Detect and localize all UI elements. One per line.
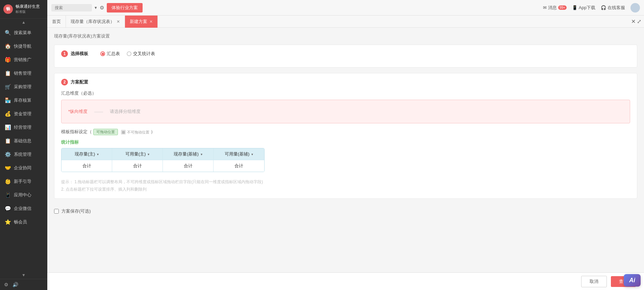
stats-section: 统计指标 现存量(主) ▾ 可用量(主) ▾ 现存量(基辅) xyxy=(61,139,630,173)
sidebar-item-label: 应用中心 xyxy=(14,192,31,198)
sidebar-item-inventory[interactable]: 🏪 库存核算 xyxy=(0,94,47,107)
sidebar-item-label: 新手引导 xyxy=(14,178,31,185)
sidebar-item-operations[interactable]: 📊 经营管理 xyxy=(0,121,47,134)
stats-header-col-0[interactable]: 现存量(主) ▾ xyxy=(61,148,112,160)
online-service-label: 在线客服 xyxy=(608,5,625,11)
section1-title: 选择模板 xyxy=(71,51,88,57)
sidebar-item-marketing[interactable]: 🎁 营销推广 xyxy=(0,53,47,67)
vip-member-icon: ⭐ xyxy=(5,219,11,225)
app-download-item[interactable]: 📱 App下载 xyxy=(572,5,595,11)
message-item[interactable]: ✉ 消息 99+ xyxy=(543,5,567,11)
tab-inventory-label: 现存量（库存状况表） xyxy=(71,16,115,28)
indicator-settings-text: 模板指标设定（ xyxy=(61,129,92,134)
sidebar-item-purchase[interactable]: 🛒 采购管理 xyxy=(0,80,47,94)
sidebar-scroll-down[interactable]: ▼ xyxy=(0,271,47,279)
tab-inventory-close-icon[interactable]: ✕ xyxy=(117,16,120,28)
sidebar-item-label: 快捷导航 xyxy=(14,43,31,49)
search-input[interactable] xyxy=(51,4,92,11)
quick-nav-icon: 🏠 xyxy=(5,43,11,49)
tab-home[interactable]: 首页 xyxy=(47,16,66,28)
chevron-down-icon-0: ▾ xyxy=(97,152,99,156)
bottom-bar: 取消 查询 xyxy=(47,272,644,290)
sidebar-item-search-menu[interactable]: 🔍 搜索菜单 xyxy=(0,26,47,40)
inventory-icon: 🏪 xyxy=(5,97,11,103)
hint-section: 提示： 1.拖动标题栏可以调整布局，不可跨维度或指标区域拖动栏目字段(只能在同一… xyxy=(61,178,630,193)
sidebar-item-new-guide[interactable]: 👶 新手引导 xyxy=(0,175,47,188)
dimension-separator: —— xyxy=(94,109,103,114)
sidebar: 畅 畅康通好生意 标准版 ▲ 🔍 搜索菜单 🏠 快捷导航 🎁 营销推广 📋 销售… xyxy=(0,0,47,290)
sidebar-item-corp-collab[interactable]: 🤝 企业协同 xyxy=(0,161,47,175)
sidebar-item-label: 采购管理 xyxy=(14,84,31,90)
stats-header-row: 现存量(主) ▾ 可用量(主) ▾ 现存量(基辅) ▾ 可用量(基辅) xyxy=(61,148,264,160)
radio-summary[interactable]: 汇总表 xyxy=(100,51,120,57)
sidebar-item-finance[interactable]: 💰 资金管理 xyxy=(0,107,47,121)
sidebar-item-label: 企业协同 xyxy=(14,165,31,171)
tab-inventory-status[interactable]: 现存量（库存状况表） ✕ xyxy=(66,16,125,28)
system-icon: ⚙️ xyxy=(5,151,11,158)
app-download-label: App下载 xyxy=(579,5,595,11)
hint-line-2: 2. 点击标题栏下拉可设置排序、插入列和删除列 xyxy=(61,186,630,193)
stats-data-col-2: 合计 xyxy=(163,160,214,172)
section2-num: 2 xyxy=(61,79,68,86)
corp-collab-icon: 🤝 xyxy=(5,165,11,171)
sidebar-footer: ⚙ 🔊 xyxy=(0,279,47,290)
sidebar-item-label: 畅会员 xyxy=(14,219,27,225)
stats-header-col-2[interactable]: 现存量(基辅) ▾ xyxy=(163,148,214,160)
dimension-area[interactable]: *纵向维度 —— 请选择分组维度 xyxy=(61,100,630,123)
stats-header-col-1[interactable]: 可用量(主) ▾ xyxy=(112,148,163,160)
stats-header-col-3[interactable]: 可用量(基辅) ▾ xyxy=(214,148,264,160)
sidebar-item-label: 营销推广 xyxy=(14,57,31,63)
section-template: 1 选择模板 汇总表 交叉统计表 xyxy=(54,45,637,68)
non-draggable-text: 不可拖动位置 xyxy=(127,130,149,135)
message-icon: ✉ xyxy=(543,5,547,10)
gear-button[interactable]: ⚙ xyxy=(100,5,104,11)
radio-cross[interactable]: 交叉统计表 xyxy=(127,51,155,57)
mobile-icon: 📱 xyxy=(572,5,577,10)
dimension-label: 汇总维度（必选） xyxy=(61,90,630,96)
new-guide-icon: 👶 xyxy=(5,178,11,185)
tab-bar: 首页 现存量（库存状况表） ✕ 新建方案 ✕ ✕ ⤢ xyxy=(47,16,644,28)
tab-new-scheme-close-icon[interactable]: ✕ xyxy=(149,16,153,28)
stats-header-label-1: 可用量(主) xyxy=(125,151,146,157)
cancel-button[interactable]: 取消 xyxy=(581,276,607,287)
sidebar-item-corp-wechat[interactable]: 💬 企业微信 xyxy=(0,202,47,215)
stats-table: 现存量(主) ▾ 可用量(主) ▾ 现存量(基辅) ▾ 可用量(基辅) xyxy=(61,148,265,172)
sidebar-logo: 畅 畅康通好生意 标准版 xyxy=(0,0,47,19)
sales-icon: 📋 xyxy=(5,70,11,76)
ai-badge[interactable]: Ai xyxy=(624,274,641,287)
settings-button[interactable]: ⚙ xyxy=(4,282,8,287)
stats-data-label-1: 合计 xyxy=(133,163,142,169)
save-checkbox[interactable] xyxy=(54,209,59,214)
tab-new-scheme-label: 新建方案 xyxy=(130,16,147,28)
save-label: 方案保存(可选) xyxy=(61,208,91,214)
sidebar-item-basic-info[interactable]: 📋 基础信息 xyxy=(0,134,47,148)
section2-title: 方案配置 xyxy=(71,79,88,85)
search-dropdown-button[interactable]: ▾ xyxy=(95,5,97,10)
user-avatar[interactable] xyxy=(630,3,640,13)
message-label: 消息 xyxy=(548,5,557,11)
sidebar-item-sales[interactable]: 📋 销售管理 xyxy=(0,67,47,80)
sidebar-item-label: 销售管理 xyxy=(14,70,31,76)
app-center-icon: 📱 xyxy=(5,192,11,198)
indicator-settings-close: ） xyxy=(151,129,155,134)
tab-close-panel-button[interactable]: ✕ xyxy=(631,18,636,25)
experience-button[interactable]: 体验行业方案 xyxy=(107,3,143,13)
page-title: 现存量(库存状况表)方案设置 xyxy=(54,33,637,39)
tab-new-scheme[interactable]: 新建方案 ✕ xyxy=(125,16,158,28)
tab-expand-button[interactable]: ⤢ xyxy=(637,18,641,25)
non-draggable-icon: ▨ xyxy=(121,130,126,135)
speaker-button[interactable]: 🔊 xyxy=(13,282,18,287)
radio-cross-circle xyxy=(127,51,131,56)
sidebar-scroll-up[interactable]: ▲ xyxy=(0,19,47,26)
sidebar-item-label: 企业微信 xyxy=(14,206,31,212)
sidebar-item-system[interactable]: ⚙️ 系统管理 xyxy=(0,148,47,161)
corp-wechat-icon: 💬 xyxy=(5,206,11,212)
stats-header-label-2: 现存量(基辅) xyxy=(174,151,199,157)
radio-summary-label: 汇总表 xyxy=(107,51,120,57)
sidebar-item-vip-member[interactable]: ⭐ 畅会员 xyxy=(0,215,47,229)
online-service-item[interactable]: 🎧 在线客服 xyxy=(601,5,625,11)
sidebar-item-app-center[interactable]: 📱 应用中心 xyxy=(0,188,47,202)
marketing-icon: 🎁 xyxy=(5,57,11,63)
sidebar-item-quick-nav[interactable]: 🏠 快捷导航 xyxy=(0,40,47,53)
stats-header-label-0: 现存量(主) xyxy=(75,151,95,157)
